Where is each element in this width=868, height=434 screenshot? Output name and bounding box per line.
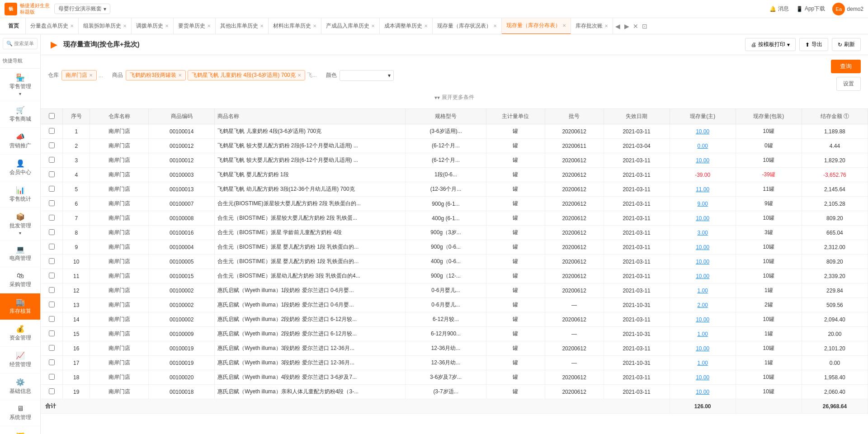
product-tag-2-close[interactable]: ✕: [297, 73, 301, 78]
sidebar-item-ecommerce[interactable]: 💻 电商管理: [0, 241, 40, 267]
select-all-checkbox[interactable]: [49, 113, 55, 119]
export-btn[interactable]: ⬆ 导出: [799, 38, 828, 51]
row-checkbox[interactable]: [41, 211, 63, 226]
tab-home[interactable]: 首页: [2, 18, 26, 34]
row-checkbox[interactable]: [41, 370, 63, 385]
sidebar-item-wholesale[interactable]: 📦 批发管理 ▾: [0, 208, 40, 241]
tab-close-material-out[interactable]: ✕: [313, 24, 316, 28]
row-qty-main[interactable]: 10.00: [670, 153, 736, 168]
sidebar-item-retail[interactable]: 🏪 零售管理 ▾: [0, 69, 40, 101]
tab-close-product-in[interactable]: ✕: [371, 24, 375, 28]
row-checkbox[interactable]: [41, 240, 63, 255]
row-checkbox[interactable]: [41, 327, 63, 341]
warehouse-more[interactable]: ...: [99, 72, 103, 79]
row-qty-main[interactable]: 10.00: [670, 341, 736, 356]
query-btn[interactable]: 查询: [831, 60, 861, 73]
row-qty-main[interactable]: 11.00: [670, 182, 736, 197]
row-checkbox[interactable]: [41, 356, 63, 370]
row-checkbox[interactable]: [41, 139, 63, 153]
row-qty-main[interactable]: 10.00: [670, 240, 736, 255]
tab-close-cost-adjust[interactable]: ✕: [424, 24, 428, 28]
tab-cost-adjust-history[interactable]: 成本调整单历史 ✕: [380, 18, 433, 34]
sidebar-item-purchase[interactable]: 🛍 采购管理: [0, 267, 40, 293]
row-checkbox[interactable]: [41, 298, 63, 312]
row-qty-main[interactable]: 2.00: [670, 298, 736, 312]
account-dropdown[interactable]: 母婴行业演示账套 ▾: [54, 4, 110, 14]
tab-material-out-history[interactable]: 材料出库单历史 ✕: [269, 18, 321, 34]
sidebar-item-inventory[interactable]: 🏬 库存核算: [0, 293, 40, 320]
row-qty-main[interactable]: 9.00: [670, 197, 736, 211]
sidebar-item-retail-shop[interactable]: 🛒 零售商城: [0, 101, 40, 128]
sidebar-item-member[interactable]: 👤 会员中心: [0, 155, 40, 181]
warehouse-tag-1[interactable]: 南岸门店 ✕: [61, 70, 97, 80]
tab-close-split[interactable]: ✕: [70, 24, 74, 28]
sidebar-item-basic[interactable]: ⚙️ 基础信息: [0, 373, 40, 400]
th-checkbox[interactable]: [41, 109, 63, 124]
tab-fullscreen-btn[interactable]: ⊡: [640, 18, 649, 34]
tab-close-adjust[interactable]: ✕: [165, 24, 169, 28]
row-checkbox[interactable]: [41, 283, 63, 298]
tab-batch-account[interactable]: 库存批次账 ✕: [571, 18, 613, 34]
row-checkbox[interactable]: [41, 124, 63, 139]
tab-split-history[interactable]: 分量盘点单历史 ✕: [26, 18, 79, 34]
sidebar-item-finance[interactable]: 💰 资金管理: [0, 320, 40, 347]
row-checkbox[interactable]: [41, 168, 63, 182]
row-qty-main[interactable]: 10.00: [670, 370, 736, 385]
row-qty-main[interactable]: 3.00: [670, 226, 736, 240]
row-qty-main[interactable]: 10.00: [670, 211, 736, 226]
row-qty-main[interactable]: 10.00: [670, 255, 736, 269]
product-tag-1-close[interactable]: ✕: [178, 73, 182, 78]
user-avatar[interactable]: Ea demo2: [832, 3, 863, 15]
row-checkbox[interactable]: [41, 341, 63, 356]
row-checkbox[interactable]: [41, 255, 63, 269]
refresh-btn[interactable]: ↻ 刷新: [832, 38, 861, 51]
search-menu-btn[interactable]: 🔍 搜索菜单: [3, 38, 38, 49]
tab-adjust-history[interactable]: 调拨单历史 ✕: [132, 18, 174, 34]
row-checkbox[interactable]: [41, 312, 63, 327]
tab-close-all-btn[interactable]: ✕: [631, 18, 640, 34]
row-checkbox[interactable]: [41, 385, 63, 399]
row-checkbox[interactable]: [41, 226, 63, 240]
row-qty-main[interactable]: 1.00: [670, 356, 736, 370]
tab-close-borrow[interactable]: ✕: [207, 24, 211, 28]
tab-close-inventory-dist[interactable]: ✕: [562, 23, 566, 28]
tab-close-other-out[interactable]: ✕: [260, 24, 264, 28]
warehouse-tag-close[interactable]: ✕: [89, 73, 93, 78]
tab-close-inventory-status[interactable]: ✕: [493, 24, 497, 28]
row-qty-main[interactable]: -39.00: [670, 168, 736, 182]
tab-close-batch-account[interactable]: ✕: [604, 24, 608, 28]
row-checkbox[interactable]: [41, 153, 63, 168]
tab-other-out-history[interactable]: 其他出库单历史 ✕: [216, 18, 269, 34]
row-checkbox[interactable]: [41, 197, 63, 211]
row-qty-main[interactable]: 1.00: [670, 283, 736, 298]
row-qty-main[interactable]: 0.00: [670, 139, 736, 153]
color-selector[interactable]: ▾: [340, 70, 394, 81]
sidebar-toggle-btn[interactable]: ▶: [48, 40, 60, 50]
sidebar-item-business[interactable]: 📈 经营管理: [0, 347, 40, 373]
quick-nav-btn[interactable]: 快捷导航: [0, 55, 40, 66]
tab-next-btn[interactable]: ▶: [622, 18, 631, 34]
tab-prev-btn[interactable]: ◀: [613, 18, 622, 34]
tab-close-disassemble[interactable]: ✕: [123, 24, 127, 28]
tab-borrow-history[interactable]: 要货单历史 ✕: [174, 18, 216, 34]
sidebar-item-system[interactable]: 🖥 系统管理: [0, 400, 40, 426]
tab-product-in-history[interactable]: 产成品入库单历史 ✕: [321, 18, 380, 34]
product-more[interactable]: 飞...: [307, 71, 317, 79]
row-qty-main[interactable]: 10.00: [670, 269, 736, 283]
expand-more-btn[interactable]: ▾▾ 展开更多条件: [48, 91, 861, 104]
sidebar-item-retail-stats[interactable]: 📊 零售统计: [0, 181, 40, 208]
product-tag-2[interactable]: 飞鹤星飞帆 儿童奶粉 4段(3-6岁适用) 700克 ✕: [188, 70, 305, 80]
tab-disassemble-history[interactable]: 组装拆卸单历史 ✕: [79, 18, 132, 34]
tab-inventory-dist[interactable]: 现存量（库存分布表） ✕: [502, 18, 571, 34]
product-tag-1[interactable]: 飞鹤奶粉3段两罐装 ✕: [126, 70, 186, 80]
row-qty-main[interactable]: 10.00: [670, 312, 736, 327]
row-checkbox[interactable]: [41, 182, 63, 197]
row-checkbox[interactable]: [41, 269, 63, 283]
message-btn[interactable]: 🔔 消息: [769, 5, 789, 13]
sidebar-item-enterprise[interactable]: 🤝 企业协同: [0, 426, 40, 434]
sidebar-item-marketing[interactable]: 📣 营销推广: [0, 128, 40, 155]
print-btn[interactable]: 🖨 按模板打印 ▾: [745, 38, 796, 51]
row-qty-main[interactable]: 10.00: [670, 385, 736, 399]
tab-inventory-status[interactable]: 现存量（库存状况表） ✕: [433, 18, 502, 34]
row-qty-main[interactable]: 1.00: [670, 327, 736, 341]
